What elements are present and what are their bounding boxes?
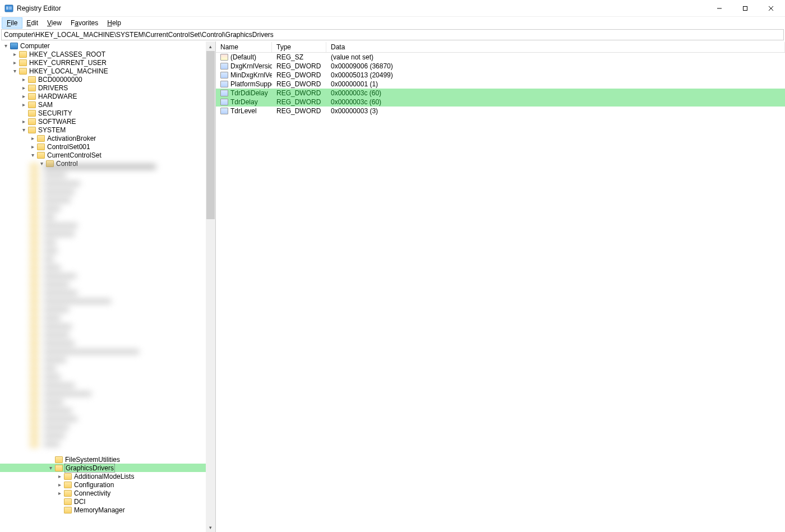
column-header-data[interactable]: Data: [326, 42, 785, 52]
tree-label: ActivationBroker: [47, 135, 96, 142]
chevron-right-icon[interactable]: ▸: [20, 118, 27, 124]
folder-icon: [64, 498, 72, 505]
svg-rect-3: [9, 7, 12, 8]
tree-node-sam[interactable]: ▸SAM: [0, 100, 206, 109]
tree-label: FileSystemUtilities: [65, 456, 120, 464]
cell-type: REG_DWORD: [272, 80, 326, 88]
value-name: DxgKrnlVersion: [230, 62, 272, 70]
tree-pane: ▾ Computer ▸ HKEY_CLASSES_ROOT ▸ HKEY_CU…: [0, 41, 216, 532]
cell-type: REG_DWORD: [272, 107, 326, 115]
close-button[interactable]: [758, 0, 784, 17]
chevron-right-icon[interactable]: ▸: [20, 93, 27, 99]
list-row[interactable]: TdrLevelREG_DWORD0x00000003 (3): [216, 107, 785, 115]
tree-node-connectivity[interactable]: ▸Connectivity: [0, 489, 206, 497]
list-row[interactable]: TdrDdiDelayREG_DWORD0x0000003c (60): [216, 89, 785, 98]
list-row[interactable]: (Default)REG_SZ(value not set): [216, 53, 785, 62]
tree-node-hklm[interactable]: ▾ HKEY_LOCAL_MACHINE: [0, 67, 206, 75]
tree-node-memorymanager[interactable]: ▸MemoryManager: [0, 506, 206, 514]
chevron-right-icon[interactable]: ▸: [20, 85, 27, 91]
tree-node-software[interactable]: ▸SOFTWARE: [0, 117, 206, 126]
tree-label: Control: [56, 160, 78, 168]
tree-node-graphicsdrivers[interactable]: ▾ GraphicsDrivers: [0, 464, 206, 472]
list-row[interactable]: MinDxgKrnlVersi...REG_DWORD0x00005013 (2…: [216, 71, 785, 80]
chevron-right-icon[interactable]: ▸: [11, 59, 18, 66]
list-row[interactable]: PlatformSupport...REG_DWORD0x00000001 (1…: [216, 80, 785, 89]
chevron-right-icon[interactable]: ▸: [29, 144, 36, 150]
tree-node-drivers[interactable]: ▸DRIVERS: [0, 84, 206, 92]
tree-node-additionalmodelists[interactable]: ▸AdditionalModeLists: [0, 472, 206, 480]
value-name: TdrLevel: [230, 107, 257, 115]
tree-node-filesystemutilities[interactable]: ▸FileSystemUtilities: [0, 455, 206, 464]
chevron-down-icon[interactable]: ▾: [20, 127, 27, 133]
tree-node-hkcu[interactable]: ▸ HKEY_CURRENT_USER: [0, 58, 206, 67]
list-row[interactable]: TdrDelayREG_DWORD0x0000003c (60): [216, 98, 785, 107]
cell-name: TdrLevel: [216, 107, 272, 115]
menu-help[interactable]: Help: [103, 18, 126, 28]
tree-node-computer[interactable]: ▾ Computer: [0, 41, 206, 50]
scroll-thumb[interactable]: [206, 51, 215, 219]
chevron-down-icon[interactable]: ▾: [29, 152, 36, 158]
scroll-up-arrow-icon[interactable]: ▴: [206, 41, 215, 51]
tree-label: CurrentControlSet: [47, 151, 101, 159]
chevron-right-icon[interactable]: ▸: [11, 51, 18, 57]
menu-favorites[interactable]: Favorites: [66, 18, 103, 28]
folder-icon: [37, 152, 45, 159]
svg-rect-6: [744, 6, 747, 10]
tree-label: DRIVERS: [38, 84, 68, 92]
minimize-button[interactable]: [706, 0, 732, 17]
tree-label-selected: GraphicsDrivers: [65, 464, 114, 472]
folder-icon: [64, 507, 72, 514]
maximize-button[interactable]: [732, 0, 758, 17]
chevron-down-icon[interactable]: ▾: [47, 465, 54, 471]
column-header-name[interactable]: Name: [216, 42, 272, 52]
cell-data: (value not set): [326, 53, 785, 61]
tree-node-system[interactable]: ▾SYSTEM: [0, 126, 206, 134]
svg-rect-2: [6, 8, 8, 10]
folder-icon: [28, 127, 36, 133]
tree-node-activationbroker[interactable]: ▸ActivationBroker: [0, 134, 206, 142]
tree-node-dci[interactable]: ▸DCI: [0, 497, 206, 506]
chevron-right-icon[interactable]: ▸: [56, 482, 63, 488]
chevron-right-icon[interactable]: ▸: [20, 101, 27, 108]
address-bar[interactable]: Computer\HKEY_LOCAL_MACHINE\SYSTEM\Curre…: [1, 29, 784, 40]
chevron-down-icon[interactable]: ▾: [2, 43, 9, 49]
tree-label: SYSTEM: [38, 126, 66, 134]
registry-tree[interactable]: ▾ Computer ▸ HKEY_CLASSES_ROOT ▸ HKEY_CU…: [0, 41, 206, 532]
chevron-down-icon[interactable]: ▾: [11, 68, 18, 74]
svg-rect-4: [9, 8, 12, 10]
folder-icon: [64, 490, 72, 497]
menubar: File Edit View Favorites Help: [0, 17, 785, 29]
menu-edit[interactable]: Edit: [22, 18, 43, 28]
cell-name: TdrDdiDelay: [216, 89, 272, 97]
chevron-down-icon[interactable]: ▾: [38, 160, 45, 166]
tree-node-hardware[interactable]: ▸HARDWARE: [0, 92, 206, 100]
chevron-right-icon[interactable]: ▸: [29, 135, 36, 141]
tree-node-configuration[interactable]: ▸Configuration: [0, 480, 206, 489]
column-header-type[interactable]: Type: [272, 42, 326, 52]
values-list[interactable]: Name Type Data (Default)REG_SZ(value not…: [216, 41, 785, 532]
list-header: Name Type Data: [216, 41, 785, 53]
list-row[interactable]: DxgKrnlVersionREG_DWORD0x00009006 (36870…: [216, 62, 785, 71]
reg-dword-icon: [220, 99, 228, 105]
cell-type: REG_DWORD: [272, 89, 326, 97]
chevron-right-icon[interactable]: ▸: [20, 76, 27, 82]
window-title: Registry Editor: [17, 4, 706, 12]
chevron-right-icon[interactable]: ▸: [56, 490, 63, 496]
tree-node-security[interactable]: ▸SECURITY: [0, 109, 206, 117]
folder-icon: [55, 456, 63, 463]
tree-node-controlset001[interactable]: ▸ControlSet001: [0, 142, 206, 151]
tree-node-bcd[interactable]: ▸BCD00000000: [0, 75, 206, 84]
folder-icon: [37, 135, 45, 142]
tree-node-currentcontrolset[interactable]: ▾CurrentControlSet: [0, 151, 206, 159]
value-name: PlatformSupport...: [230, 80, 272, 88]
value-name: (Default): [230, 53, 256, 61]
menu-file[interactable]: File: [2, 18, 22, 28]
tree-scrollbar[interactable]: ▴ ▾: [206, 41, 215, 532]
menu-view[interactable]: View: [43, 18, 66, 28]
tree-node-control[interactable]: ▾Control: [0, 159, 206, 168]
workspace: ▾ Computer ▸ HKEY_CLASSES_ROOT ▸ HKEY_CU…: [0, 41, 785, 532]
chevron-right-icon[interactable]: ▸: [56, 473, 63, 479]
tree-node-hkcr[interactable]: ▸ HKEY_CLASSES_ROOT: [0, 50, 206, 58]
scroll-down-arrow-icon[interactable]: ▾: [206, 522, 215, 532]
tree-label: AdditionalModeLists: [74, 473, 134, 480]
